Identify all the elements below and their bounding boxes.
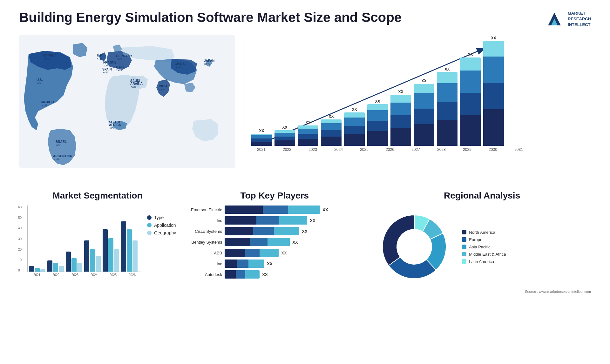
middle-section: CANADA xx% U.S. xx% MEXICO xx% BRAZIL xx… (19, 35, 591, 181)
segmentation-section: Market Segmentation 0 10 20 30 40 50 60 (19, 191, 176, 305)
bar-label-2022: XX (282, 125, 287, 130)
regional-legend-color (462, 252, 466, 256)
regional-legend-label: Middle East & Africa (469, 252, 506, 257)
bar-group-2023: XX (298, 120, 318, 146)
bar-x-label-2030: 2030 (483, 147, 503, 152)
bar-group-2027: XX (390, 90, 411, 146)
bar-x-label-2028: 2028 (431, 147, 452, 152)
svg-text:xx%: xx% (118, 57, 123, 61)
player-name: Inc (186, 218, 222, 223)
regional-legend-label: North America (469, 230, 495, 235)
donut-container: North AmericaEuropeAsia PacificMiddle Ea… (373, 206, 591, 288)
regional-legend-color (462, 259, 466, 264)
legend-application: Application (147, 223, 176, 228)
regional-legend-item: Middle East & Africa (462, 252, 506, 257)
bar-x-label-2027: 2027 (405, 147, 426, 152)
svg-text:MEXICO: MEXICO (41, 100, 54, 104)
donut-center (397, 230, 431, 264)
logo-icon (545, 10, 564, 29)
seg-group-2022 (47, 260, 64, 272)
player-xx-label: XX (302, 229, 307, 234)
header: Building Energy Simulation Software Mark… (19, 10, 591, 29)
svg-text:xx%: xx% (103, 71, 108, 74)
regional-legend-item: Asia Pacific (462, 245, 506, 249)
bar-label-2023: XX (305, 120, 310, 125)
player-row: Cisco SystemsXX (186, 227, 363, 235)
svg-text:xx%: xx% (37, 82, 42, 85)
svg-text:ARGENTINA: ARGENTINA (53, 154, 72, 158)
bar-x-label-2025: 2025 (354, 147, 375, 152)
bar-group-2029: XX (437, 67, 458, 146)
legend-type: Type (147, 215, 176, 220)
regional-legend: North AmericaEuropeAsia PacificMiddle Ea… (462, 230, 506, 264)
bar-label-2026: XX (375, 99, 380, 104)
player-name: Emerson Electric (186, 207, 222, 212)
bar-label-2021: XX (259, 129, 264, 133)
svg-text:xx%: xx% (97, 57, 102, 60)
bar-label-2025: XX (352, 107, 357, 112)
logo-text: MARKETRESEARCHINTELLECT (568, 10, 591, 28)
player-row: IncXX (186, 216, 363, 225)
bottom-section: Market Segmentation 0 10 20 30 40 50 60 (19, 191, 591, 305)
svg-text:xx%: xx% (116, 69, 122, 72)
player-name: Cisco Systems (186, 229, 222, 234)
svg-text:xx%: xx% (159, 88, 165, 91)
legend-dot-geography (147, 231, 152, 235)
player-name: Autodesk (186, 272, 222, 277)
legend-geography: Geography (147, 230, 176, 235)
bar-x-label-2022: 2022 (277, 147, 297, 152)
regional-legend-item: North America (462, 230, 506, 235)
donut-chart (373, 206, 456, 288)
player-row: IncXX (186, 260, 363, 268)
player-xx-label: XX (281, 251, 287, 255)
bar-group-2021: XX (251, 129, 272, 146)
regional-legend-color (462, 237, 466, 242)
player-name: Bentley Systems (186, 240, 222, 245)
bar-label-2030: XX (468, 52, 473, 57)
svg-text:xx%: xx% (176, 66, 181, 69)
regional-legend-item: Latin America (462, 259, 506, 264)
bar-x-label-2023: 2023 (302, 147, 323, 152)
bar-label-2024: XX (329, 114, 334, 119)
player-xx-label: XX (322, 207, 328, 212)
source-text: Source : www.marketresearchintellect.com (373, 290, 591, 293)
bar-label-2027: XX (398, 90, 403, 94)
map-container: CANADA xx% U.S. xx% MEXICO xx% BRAZIL xx… (19, 35, 235, 181)
bar-group-2031: XX (483, 36, 504, 146)
player-row: Bentley SystemsXX (186, 238, 363, 246)
segmentation-title: Market Segmentation (19, 191, 176, 201)
svg-text:CHINA: CHINA (175, 62, 185, 66)
regional-section: Regional Analysis North AmericaEuropeAsi… (373, 191, 591, 305)
svg-text:xx%: xx% (44, 57, 50, 60)
bar-x-label-2031: 2031 (508, 147, 529, 152)
seg-x-label-2022: 2022 (47, 273, 64, 277)
bar-label-2031: XX (491, 36, 496, 40)
player-xx-label: XX (310, 218, 315, 223)
bar-x-label-2029: 2029 (457, 147, 478, 152)
svg-text:U.S.: U.S. (37, 78, 43, 82)
world-map-svg: CANADA xx% U.S. xx% MEXICO xx% BRAZIL xx… (19, 35, 235, 168)
page-container: Building Energy Simulation Software Mark… (0, 0, 610, 364)
players-section: Top Key Players Emerson ElectricXXIncXXC… (186, 191, 363, 305)
regional-title: Regional Analysis (373, 191, 591, 201)
seg-group-2023 (66, 252, 82, 272)
seg-x-label-2024: 2024 (85, 273, 103, 277)
seg-group-2021 (29, 266, 45, 272)
bar-group-2028: XX (414, 79, 434, 146)
player-row: Emerson ElectricXX (186, 206, 363, 214)
player-name: ABB (186, 251, 222, 255)
logo-area: MARKETRESEARCHINTELLECT (545, 10, 591, 29)
svg-text:xx%: xx% (131, 85, 136, 88)
seg-group-2026 (121, 221, 138, 272)
seg-group-2025 (103, 229, 119, 272)
player-name: Inc (186, 261, 222, 266)
svg-text:BRAZIL: BRAZIL (56, 140, 67, 144)
svg-text:xx%: xx% (204, 62, 210, 65)
svg-text:INDIA: INDIA (159, 84, 167, 88)
seg-x-label-2023: 2023 (66, 273, 84, 277)
page-title: Building Energy Simulation Software Mark… (19, 10, 402, 25)
seg-x-label-2026: 2026 (124, 273, 141, 277)
svg-text:xx%: xx% (54, 158, 59, 161)
seg-x-label-2025: 2025 (105, 273, 122, 277)
regional-legend-label: Europe (469, 237, 482, 242)
